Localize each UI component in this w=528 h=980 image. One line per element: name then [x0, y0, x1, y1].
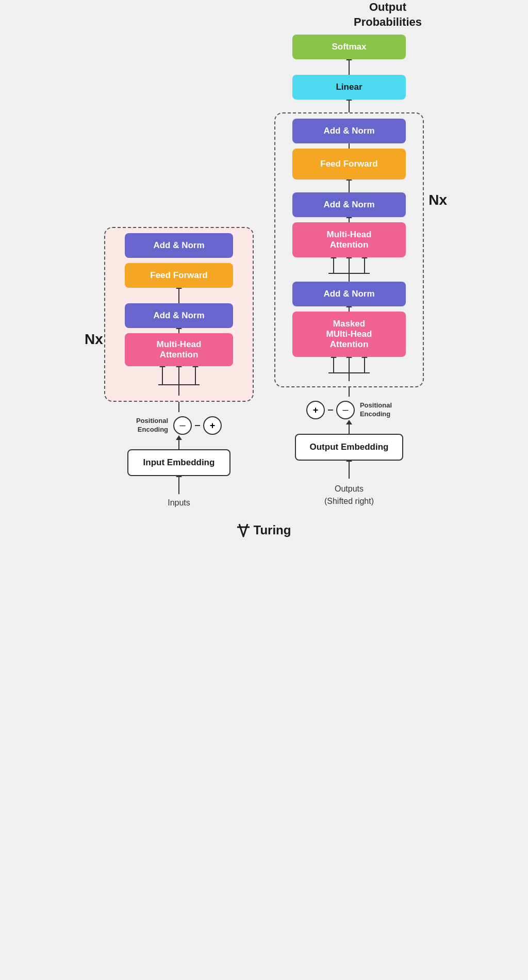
masked-multi-head: MaskedMUlti-HeadAttention	[292, 312, 406, 357]
encoder-multi-head: Multi-HeadAttention	[125, 333, 233, 366]
output-probabilities-label: OutputProbabilities	[316, 0, 460, 29]
input-embedding: Input Embedding	[127, 449, 230, 476]
softmax: Softmax	[292, 35, 406, 59]
encoder-pos-enc-row: PositionalEncoding — +	[136, 416, 222, 435]
decoder-add-norm-middle: Add & Norm	[292, 192, 406, 217]
decoder-section: Nx Softmax Linear	[274, 35, 424, 508]
decoder-pos-enc-row: + — PositionalEncoding	[306, 401, 392, 419]
encoder-section: Nx Add & Norm Feed Forward	[104, 227, 254, 508]
turing-icon	[237, 523, 250, 537]
decoder-top: Softmax Linear	[274, 35, 424, 112]
decoder-multi-head: Multi-HeadAttention	[292, 222, 406, 257]
nx-encoder-label: Nx	[85, 331, 103, 348]
turing-logo: Turing	[63, 523, 465, 537]
decoder-add-norm-bottom: Add & Norm	[292, 282, 406, 306]
encoder-feed-forward: Feed Forward	[125, 263, 233, 288]
encoder-add-norm-top: Add & Norm	[125, 233, 233, 258]
encoder-plus-icon: +	[203, 416, 222, 435]
linear: Linear	[292, 75, 406, 100]
encoder-pos-enc-label: PositionalEncoding	[136, 417, 168, 434]
decoder-plus-icon: +	[306, 401, 325, 419]
transformer-diagram: OutputProbabilities Nx Add & Norm F	[63, 0, 465, 537]
decoder-add-norm-top: Add & Norm	[292, 119, 406, 143]
encoder-add-norm-bottom: Add & Norm	[125, 303, 233, 328]
inputs-label: Inputs	[168, 498, 190, 508]
output-embedding: Output Embedding	[295, 434, 403, 461]
outputs-label: Outputs(Shifted right)	[324, 483, 374, 508]
encoder-pos-enc-circle: —	[173, 416, 192, 435]
decoder-pos-enc-circle: —	[336, 401, 355, 419]
decoder-feed-forward: Feed Forward	[292, 149, 406, 179]
turing-name: Turing	[254, 523, 291, 537]
decoder-pos-enc-label: PositionalEncoding	[360, 401, 392, 419]
nx-decoder-label: Nx	[428, 192, 447, 208]
